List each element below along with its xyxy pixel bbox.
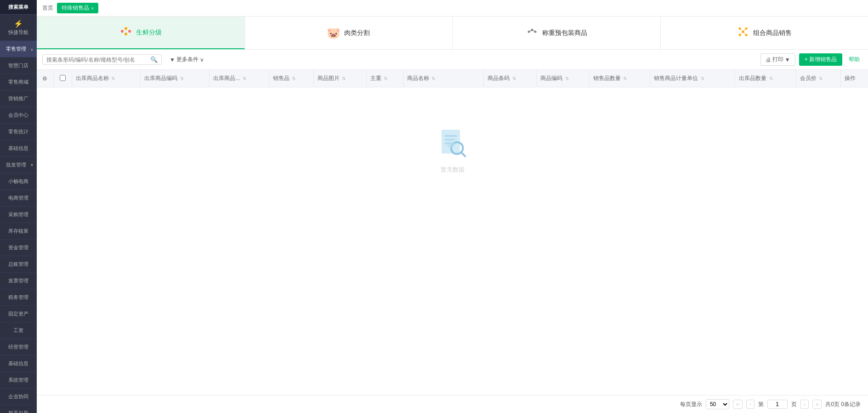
sort-icon: ⇅ [565,76,569,81]
sidebar-item-label: 经营管理 [8,344,28,350]
table-area: ⚙ 出库商品名称 ⇅ 出库商品编码 ⇅ [37,70,868,395]
svg-rect-18 [444,139,454,140]
sidebar-logo[interactable]: 搜索菜单 [0,0,37,15]
sidebar-item-ecom-mgmt[interactable]: 电商管理 [0,190,37,206]
sidebar-item-wholesale[interactable]: 批发管理 ▼ [0,157,37,173]
toolbar: 🔍 ▼ 更多条件 ∨ 🖨 打印 ▼ + 新增销售品 帮助 [37,50,868,70]
sort-icon: ⇅ [701,76,704,81]
page-size-select[interactable]: 50 10 20 100 [706,399,729,409]
first-page-button[interactable]: « [733,400,743,409]
th-checkbox[interactable] [53,70,72,87]
col-label: 销售商品计量单位 [654,75,698,81]
sidebar-item-fixed-assets[interactable]: 固定资产 [0,306,37,322]
sidebar-item-label: 零售统计 [8,128,28,135]
tab-meat[interactable]: 🐷 肉类分割 [245,17,453,49]
col-label: 出库品数量 [739,75,766,81]
th-member-price[interactable]: 会员价 ⇅ [796,70,840,87]
total-info: 共0页 0条记录 [825,401,861,408]
home-link[interactable]: 首页 [42,4,53,12]
add-button[interactable]: + 新增销售品 [799,53,842,66]
sidebar-item-label: 采购管理 [8,211,28,218]
active-tab[interactable]: 特殊销售品 × [57,3,98,13]
th-out-name[interactable]: 出库商品名称 ⇅ [72,70,141,87]
sidebar-item-label: 工资 [13,327,23,334]
sidebar-item-purchase[interactable]: 采购管理 [0,206,37,223]
tab-fresh[interactable]: 生鲜分级 [37,17,245,49]
page-number-input[interactable] [767,400,788,409]
th-img[interactable]: 商品图片 ⇅ [314,70,367,87]
help-button[interactable]: 帮助 [846,54,862,65]
sidebar-item-finance[interactable]: 资金管理 [0,240,37,256]
sidebar-item-quick[interactable]: ⚡ 快捷导航 [0,15,37,41]
th-out-code[interactable]: 出库商品编码 ⇅ [141,70,210,87]
th-sale-item[interactable]: 销售品 ⇅ [269,70,313,87]
toolbar-right: 🖨 打印 ▼ + 新增销售品 帮助 [760,53,862,66]
th-out-qty[interactable]: 出库品数量 ⇅ [735,70,796,87]
col-label: 会员价 [800,75,817,81]
sidebar-item-ops-mgmt[interactable]: 经营管理 [0,339,37,356]
empty-image [434,124,471,161]
search-box[interactable]: 🔍 [42,54,162,65]
select-all-checkbox[interactable] [60,75,66,81]
sidebar-item-tax[interactable]: 税务管理 [0,289,37,306]
sidebar-item-new-guide[interactable]: 新手引导 [0,405,37,413]
sidebar-item-label: 电商管理 [8,195,28,201]
filter-button[interactable]: ▼ 更多条件 ∨ [165,54,208,65]
th-barcode[interactable]: 商品条码 ⇅ [484,70,537,87]
page-label: 第 [758,401,764,408]
tab-close-icon[interactable]: × [91,6,94,11]
sidebar-item-general-ledger[interactable]: 总账管理 [0,256,37,273]
cat-label-fresh: 生鲜分级 [136,29,162,37]
col-label: 出库商品名称 [76,75,109,81]
svg-point-0 [121,30,124,33]
sidebar-item-member[interactable]: 会员中心 [0,107,37,124]
sidebar-item-label: 小畅电商 [8,178,28,185]
sidebar-item-base-info2[interactable]: 基础信息 [0,356,37,372]
search-icon[interactable]: 🔍 [150,56,158,63]
th-out-spec[interactable]: 出库商品... ⇅ [210,70,269,87]
sidebar-item-inventory[interactable]: 库存核算 [0,223,37,240]
sidebar-item-retail[interactable]: 零售管理 ▲ [0,41,37,57]
col-label: 出库商品编码 [144,75,177,81]
sidebar-item-promotion[interactable]: 营销推广 [0,91,37,107]
sidebar-item-invoice[interactable]: 发票管理 [0,273,37,289]
sidebar-item-retail-mall[interactable]: 零售商城 [0,74,37,91]
collapse-arrow-icon: ▼ [30,163,34,167]
th-name[interactable]: 商品名称 ⇅ [403,70,484,87]
print-button[interactable]: 🖨 打印 ▼ [760,53,795,66]
tab-weigh[interactable]: 称重预包装商品 [453,17,661,49]
th-sku-code[interactable]: 商品编码 ⇅ [537,70,590,87]
sidebar-item-sys-mgmt[interactable]: 系统管理 [0,372,37,389]
sidebar-item-corp-agree[interactable]: 企业协同 [0,389,37,405]
search-input[interactable] [46,57,148,63]
th-settings[interactable]: ⚙ [37,70,53,87]
svg-point-1 [125,27,127,30]
empty-row: 暂无数据 [37,87,868,211]
sidebar-item-retail-stat[interactable]: 零售统计 [0,124,37,140]
svg-line-21 [461,152,465,156]
sidebar-item-label: 新手引导 [8,410,28,413]
tab-combo[interactable]: 组合商品销售 [661,17,868,49]
sidebar-item-mini-ecom[interactable]: 小畅电商 [0,173,37,190]
sidebar-item-label: 固定资产 [8,310,28,317]
sidebar-item-smart-store[interactable]: 智慧门店 [0,57,37,74]
sort-icon: ⇅ [243,76,246,81]
th-sale-unit[interactable]: 销售商品计量单位 ⇅ [650,70,735,87]
th-sale-qty[interactable]: 销售品数量 ⇅ [589,70,650,87]
next-page-button[interactable]: › [800,400,809,409]
sort-icon: ⇅ [623,76,627,81]
sidebar-item-base-info[interactable]: 基础信息 [0,140,37,157]
pagination-bar: 每页显示 50 10 20 100 « ‹ 第 页 › » 共0页 0条记录 [37,395,868,413]
th-op: 操作 [841,70,868,87]
last-page-button[interactable]: » [812,400,822,409]
col-label: 操作 [845,75,856,81]
sidebar-item-salary[interactable]: 工资 [0,322,37,339]
settings-icon[interactable]: ⚙ [42,75,47,82]
th-weight[interactable]: 主重 ⇅ [366,70,403,87]
sidebar-item-label: 会员中心 [8,112,28,119]
sort-icon: ⇅ [384,76,387,81]
col-label: 商品编码 [540,75,562,81]
sort-icon: ⇅ [292,76,295,81]
prev-page-button[interactable]: ‹ [746,400,755,409]
col-label: 出库商品... [213,75,240,81]
